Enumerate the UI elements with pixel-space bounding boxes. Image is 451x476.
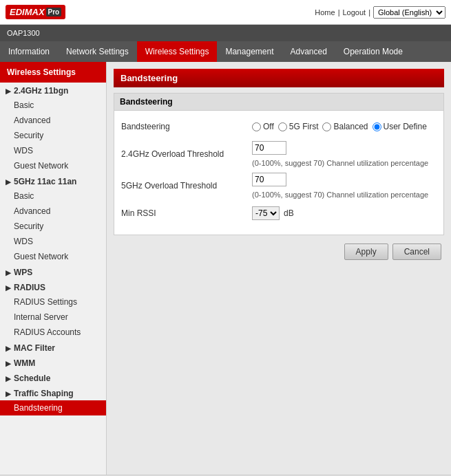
radio-off-text: Off [263,122,274,131]
bandsteering-label: Bandsteering [121,122,252,131]
sidebar-sub-5-basic[interactable]: Basic [0,188,106,204]
content-area: Bandsteering Bandsteering Bandsteering O… [107,62,451,475]
sidebar-sub-5-guest[interactable]: Guest Network [0,249,106,264]
sidebar-section-radius[interactable]: ▶ RADIUS [0,279,106,294]
threshold-5-label: 5GHz Overload Threshold [121,181,252,191]
sidebar-section-wps[interactable]: ▶ WPS [0,264,106,279]
sidebar-sub-24-basic[interactable]: Basic [0,98,106,113]
radio-userdefine[interactable] [373,122,381,131]
sidebar-sub-24-advanced[interactable]: Advanced [0,113,106,128]
section-box: Bandsteering Bandsteering Off 5G First [114,93,444,235]
sidebar-sub-24-security[interactable]: Security [0,128,106,143]
arrow-icon-traffic: ▶ [6,390,11,398]
sidebar-section-wmm-label: WMM [14,358,35,368]
threshold-5-input[interactable] [252,173,286,186]
sidebar-sub-radius-accounts[interactable]: RADIUS Accounts [0,325,106,340]
arrow-icon-mac: ▶ [6,345,11,352]
sidebar-sub-5-security[interactable]: Security [0,219,106,234]
arrow-icon-schedule: ▶ [6,375,11,382]
threshold-24-row: 2.4GHz Overload Threshold (0-100%, sugge… [121,141,437,167]
oap-label: OAP1300 [7,29,40,37]
sidebar-sub-24-guest[interactable]: Guest Network [0,158,106,173]
page-title: Bandsteering [114,69,444,87]
apply-button[interactable]: Apply [344,244,388,260]
sidebar-section-5ghz-label: 5GHz 11ac 11an [14,177,76,186]
nav-network-settings[interactable]: Network Settings [58,41,137,62]
threshold-5-row: 5GHz Overload Threshold (0-100%, suggest… [121,173,437,199]
sidebar: Wireless Settings ▶ 2.4GHz 11bgn Basic A… [0,62,107,475]
min-rssi-row: Min RSSI -75 -70 -65 -60 -55 -50 dB [121,204,437,222]
threshold-5-controls: (0-100%, suggest 70) Channel utilization… [252,173,437,199]
radio-5gfirst-label[interactable]: 5G First [278,122,319,131]
bandsteering-controls: Off 5G First Balanced User Defin [252,122,427,131]
logo: EDIMAX Pro [6,5,65,19]
nav-advanced[interactable]: Advanced [282,41,335,62]
threshold-24-controls: (0-100%, suggest 70) Channel utilization… [252,141,437,167]
radio-5gfirst-text: 5G First [289,122,319,131]
threshold-24-label: 2.4GHz Overload Threshold [121,149,252,159]
min-rssi-controls: -75 -70 -65 -60 -55 -50 dB [252,206,294,220]
section-content: Bandsteering Off 5G First Balanced [114,111,443,235]
sidebar-section-24ghz-label: 2.4GHz 11bgn [14,86,68,96]
section-header: Bandsteering [114,94,443,111]
sidebar-section-schedule[interactable]: ▶ Schedule [0,370,106,385]
sidebar-sub-24-wds[interactable]: WDS [0,143,106,158]
main-layout: Wireless Settings ▶ 2.4GHz 11bgn Basic A… [0,62,451,475]
logo-text: EDIMAX [10,7,45,17]
oap-bar: OAP1300 [0,25,451,41]
sidebar-section-24ghz[interactable]: ▶ 2.4GHz 11bgn [0,83,106,98]
top-right-links: Home | Logout | Global (English) Chinese… [315,6,445,19]
sidebar-section-schedule-label: Schedule [14,374,50,383]
nav-operation-mode[interactable]: Operation Mode [335,41,411,62]
arrow-icon-5ghz: ▶ [6,178,11,186]
home-link[interactable]: Home [315,8,335,17]
sidebar-section-trafficshaping[interactable]: ▶ Traffic Shaping [0,385,106,400]
sidebar-sub-bandsteering[interactable]: Bandsteering [0,400,106,415]
sidebar-section-macfilter-label: MAC Filter [14,343,55,353]
radio-off[interactable] [252,122,261,131]
arrow-icon-radius: ▶ [6,284,11,292]
button-row: Apply Cancel [114,244,444,260]
threshold-24-hint: (0-100%, suggest 70) Channel utilization… [252,159,428,167]
threshold-24-input[interactable] [252,141,286,155]
sidebar-section-trafficshaping-label: Traffic Shaping [14,389,74,398]
min-rssi-unit: dB [284,208,294,218]
sidebar-section-macfilter[interactable]: ▶ MAC Filter [0,340,106,355]
logo-pro-badge: Pro [46,8,62,17]
sidebar-sub-radius-internal[interactable]: Internal Server [0,310,106,325]
min-rssi-select[interactable]: -75 -70 -65 -60 -55 -50 [252,206,280,220]
cancel-button[interactable]: Cancel [392,244,441,260]
separator1: | [338,8,340,17]
nav-bar: Information Network Settings Wireless Se… [0,41,451,62]
radio-off-label[interactable]: Off [252,122,274,131]
separator2: | [368,8,370,17]
bandsteering-row: Bandsteering Off 5G First Balanced [121,118,437,136]
sidebar-section-5ghz[interactable]: ▶ 5GHz 11ac 11an [0,173,106,188]
threshold-5-hint: (0-100%, suggest 70) Channel utilization… [252,191,428,199]
radio-balanced-label[interactable]: Balanced [322,122,368,131]
radio-5gfirst[interactable] [278,122,287,131]
sidebar-sub-5-advanced[interactable]: Advanced [0,204,106,219]
nav-information[interactable]: Information [0,41,58,62]
nav-wireless-settings[interactable]: Wireless Settings [137,41,218,62]
arrow-icon-wps: ▶ [6,269,11,277]
radio-userdefine-label[interactable]: User Define [373,122,427,131]
sidebar-sub-radius-settings[interactable]: RADIUS Settings [0,294,106,310]
sidebar-section-radius-label: RADIUS [14,283,45,292]
arrow-icon: ▶ [6,87,11,95]
radio-balanced-text: Balanced [333,122,368,131]
radio-balanced[interactable] [322,122,331,131]
sidebar-sub-5-wds[interactable]: WDS [0,234,106,249]
min-rssi-label: Min RSSI [121,208,252,218]
nav-management[interactable]: Management [217,41,282,62]
logo-area: EDIMAX Pro [6,5,65,19]
top-bar: EDIMAX Pro Home | Logout | Global (Engli… [0,0,451,25]
radio-userdefine-text: User Define [384,122,427,131]
sidebar-title: Wireless Settings [0,62,106,83]
logout-link[interactable]: Logout [342,8,366,17]
language-select[interactable]: Global (English) Chinese French German [373,6,445,19]
sidebar-section-wmm[interactable]: ▶ WMM [0,355,106,370]
arrow-icon-wmm: ▶ [6,360,11,367]
sidebar-section-wps-label: WPS [14,268,32,277]
